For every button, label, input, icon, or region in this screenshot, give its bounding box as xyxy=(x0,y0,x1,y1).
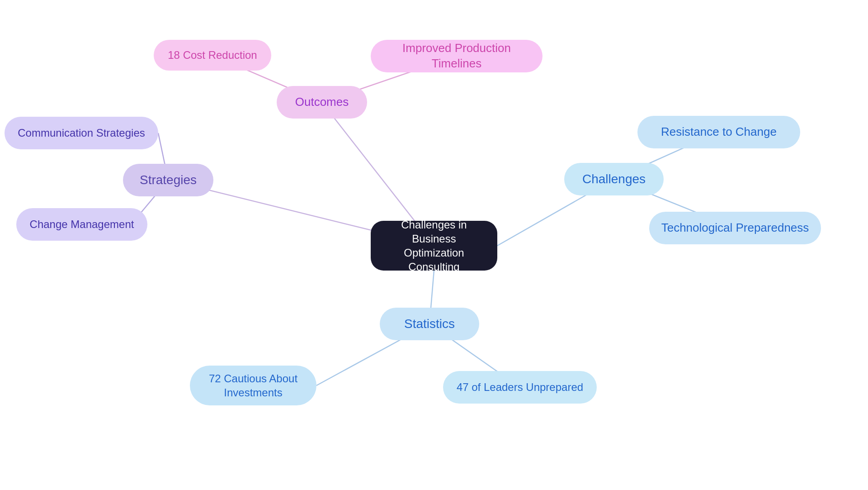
production-timelines-node: Improved Production Timelines xyxy=(371,40,542,72)
change-management-node: Change Management xyxy=(16,208,147,241)
cost-reduction-node: 18 Cost Reduction xyxy=(154,40,271,71)
challenges-node: Challenges xyxy=(564,163,664,195)
center-node: Challenges in Business Optimization Cons… xyxy=(371,221,497,271)
leaders-unprepared-node: 47 of Leaders Unprepared xyxy=(443,371,597,404)
strategies-node: Strategies xyxy=(123,164,213,196)
mind-map: Challenges in Business Optimization Cons… xyxy=(0,0,868,490)
resistance-to-change-node: Resistance to Change xyxy=(637,116,800,148)
technological-preparedness-node: Technological Preparedness xyxy=(649,212,821,244)
cautious-investments-node: 72 Cautious About Investments xyxy=(190,366,316,405)
statistics-node: Statistics xyxy=(380,308,479,340)
outcomes-node: Outcomes xyxy=(277,86,367,119)
communication-strategies-node: Communication Strategies xyxy=(5,117,158,149)
